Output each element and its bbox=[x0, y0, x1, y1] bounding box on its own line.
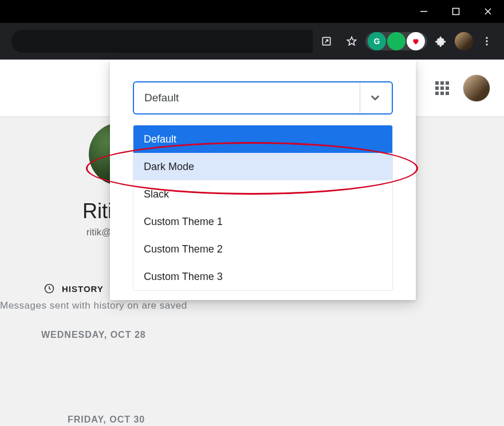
extension-green-dot-icon[interactable] bbox=[387, 32, 405, 50]
close-button[interactable] bbox=[472, 0, 504, 23]
open-in-new-icon[interactable] bbox=[315, 30, 338, 53]
date-separator-1: WEDNESDAY, OCT 28 bbox=[41, 330, 146, 340]
history-heading-row: HISTORY bbox=[44, 283, 104, 294]
theme-option-slack[interactable]: Slack bbox=[133, 180, 392, 208]
extension-heart-bubble-icon[interactable] bbox=[407, 32, 425, 50]
browser-toolbar: G bbox=[0, 23, 504, 60]
minimize-button[interactable] bbox=[408, 0, 440, 23]
extensions-puzzle-icon[interactable] bbox=[430, 30, 452, 53]
profile-avatar-mini[interactable] bbox=[455, 32, 473, 50]
theme-select-value: Default bbox=[144, 92, 179, 104]
svg-point-7 bbox=[486, 40, 487, 42]
account-avatar[interactable] bbox=[463, 74, 490, 102]
theme-dropdown-panel: Default Default Dark Mode Slack Custom T… bbox=[110, 60, 416, 300]
address-bar[interactable] bbox=[11, 30, 313, 53]
theme-option-custom-2[interactable]: Custom Theme 2 bbox=[133, 235, 392, 263]
bookmark-star-icon[interactable] bbox=[340, 30, 363, 53]
history-heading: HISTORY bbox=[62, 284, 104, 294]
theme-options-list: Default Dark Mode Slack Custom Theme 1 C… bbox=[133, 125, 393, 291]
more-menu-icon[interactable] bbox=[475, 30, 498, 53]
svg-point-8 bbox=[486, 44, 487, 45]
extension-grammarly-icon[interactable]: G bbox=[368, 32, 386, 50]
window-titlebar bbox=[0, 0, 504, 23]
svg-point-6 bbox=[486, 37, 487, 39]
theme-select[interactable]: Default bbox=[133, 81, 393, 115]
google-apps-icon[interactable] bbox=[435, 81, 449, 95]
theme-option-dark-mode[interactable]: Dark Mode bbox=[133, 153, 392, 180]
theme-option-custom-1[interactable]: Custom Theme 1 bbox=[133, 208, 392, 235]
history-clock-icon bbox=[44, 283, 55, 294]
svg-marker-5 bbox=[348, 37, 356, 45]
maximize-button[interactable] bbox=[440, 0, 472, 23]
extension-group: G bbox=[365, 32, 427, 50]
theme-option-default[interactable]: Default bbox=[133, 125, 392, 153]
svg-rect-1 bbox=[453, 9, 459, 15]
history-message: Messages sent with history on are saved bbox=[0, 300, 187, 311]
date-separator-2: FRIDAY, OCT 30 bbox=[68, 415, 145, 425]
theme-option-custom-3[interactable]: Custom Theme 3 bbox=[133, 263, 392, 290]
chevron-down-icon bbox=[360, 82, 389, 113]
